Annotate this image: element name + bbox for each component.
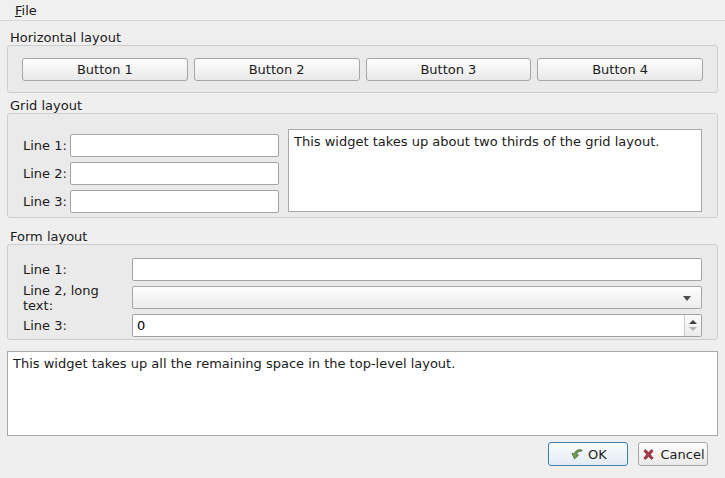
grid-line3-input[interactable]: [70, 190, 279, 213]
button-4[interactable]: Button 4: [537, 58, 703, 81]
ok-button[interactable]: OK: [548, 442, 628, 466]
grid-textedit[interactable]: This widget takes up about two thirds of…: [288, 129, 702, 212]
grid-line2-label: Line 2:: [23, 166, 70, 181]
spin-down-icon[interactable]: [689, 327, 697, 331]
grid-line1-label: Line 1:: [23, 138, 70, 153]
group-grid-title: Grid layout: [10, 99, 718, 113]
dialog-content: Horizontal layout Button 1 Button 2 Butt…: [0, 31, 725, 466]
dialog-button-row: OK Cancel: [7, 442, 718, 466]
chevron-down-icon: [683, 296, 691, 301]
cancel-button-label: Cancel: [660, 447, 704, 462]
bottom-textedit[interactable]: This widget takes up all the remaining s…: [7, 351, 718, 436]
group-form-title: Form layout: [10, 230, 718, 244]
grid-line3-label: Line 3:: [23, 194, 70, 209]
form-row-3: Line 3:: [23, 314, 702, 337]
form-line3-label: Line 3:: [23, 318, 132, 333]
group-horizontal-layout: Horizontal layout Button 1 Button 2 Butt…: [7, 31, 718, 93]
menu-bar: File: [0, 0, 725, 21]
group-horizontal-frame: Button 1 Button 2 Button 3 Button 4: [7, 45, 718, 93]
form-line2-combobox[interactable]: [132, 286, 702, 309]
form-line2-label: Line 2, long text:: [23, 283, 132, 313]
group-grid-layout: Grid layout Line 1: Line 2: Line 3:: [7, 99, 718, 218]
ok-green-arrow-icon: [569, 447, 584, 462]
form-row-1: Line 1:: [23, 258, 702, 281]
grid-row-3: Line 3:: [23, 190, 279, 213]
menu-file[interactable]: File: [10, 2, 42, 19]
spinbox-stepper[interactable]: [684, 315, 701, 336]
cancel-button[interactable]: Cancel: [638, 442, 708, 466]
grid-line1-input[interactable]: [70, 134, 279, 157]
grid-line2-input[interactable]: [70, 162, 279, 185]
spin-up-icon[interactable]: [689, 320, 697, 324]
ok-button-label: OK: [588, 447, 607, 462]
button-3[interactable]: Button 3: [366, 58, 532, 81]
basic-layouts-window: File Horizontal layout Button 1 Button 2…: [0, 0, 725, 478]
grid-left-column: Line 1: Line 2: Line 3:: [23, 129, 279, 217]
group-form-layout: Form layout Line 1: Line 2, long text: L…: [7, 230, 718, 340]
form-line1-input[interactable]: [132, 258, 702, 281]
button-1[interactable]: Button 1: [22, 58, 188, 81]
form-row-2: Line 2, long text:: [23, 286, 702, 309]
group-form-frame: Line 1: Line 2, long text: Line 3:: [7, 244, 718, 340]
cancel-red-x-icon: [641, 447, 656, 462]
grid-row-2: Line 2:: [23, 162, 279, 185]
group-horizontal-title: Horizontal layout: [10, 31, 718, 45]
form-line1-label: Line 1:: [23, 262, 132, 277]
form-line3-spinbox[interactable]: [132, 314, 702, 337]
spinbox-value-input[interactable]: [133, 315, 684, 336]
group-grid-frame: Line 1: Line 2: Line 3: This widget take…: [7, 113, 718, 218]
grid-row-1: Line 1:: [23, 134, 279, 157]
button-2[interactable]: Button 2: [194, 58, 360, 81]
